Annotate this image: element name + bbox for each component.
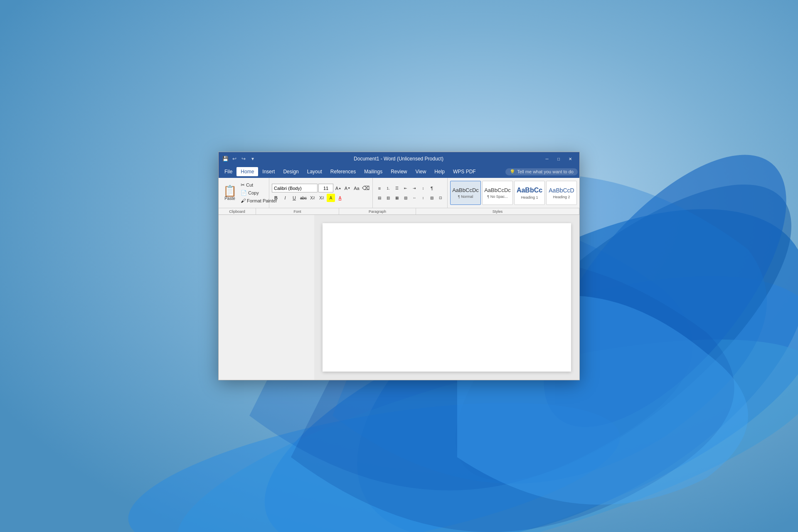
show-marks-button[interactable]: ¶ xyxy=(428,184,436,192)
style-h1-preview: AaBbCc xyxy=(517,187,542,194)
undo-icon[interactable]: ↩ xyxy=(231,155,238,162)
menu-view[interactable]: View xyxy=(411,167,431,176)
align-left-button[interactable]: ▤ xyxy=(375,194,384,202)
subscript-button[interactable]: X2 xyxy=(308,194,317,202)
style-h2-label: Heading 2 xyxy=(553,195,570,199)
paragraph-row-1: ≡ 1. ☰ ⇤ ⇥ ↕ ¶ xyxy=(375,184,445,192)
format-painter-icon: 🖌 xyxy=(241,198,246,204)
increase-indent-button[interactable]: ⇥ xyxy=(410,184,419,192)
minimize-button[interactable]: ─ xyxy=(541,155,553,163)
menu-file[interactable]: File xyxy=(220,167,236,176)
menu-home[interactable]: Home xyxy=(236,167,258,176)
copy-icon: 📄 xyxy=(241,190,247,196)
copy-label: Copy xyxy=(248,190,259,195)
style-nospace-preview: AaBbCcDc xyxy=(484,187,511,193)
border-button[interactable]: ⊡ xyxy=(436,194,445,202)
style-normal[interactable]: AaBbCcDc ¶ Normal xyxy=(450,181,481,205)
cut-label: Cut xyxy=(246,182,253,187)
menu-mailings[interactable]: Mailings xyxy=(360,167,387,176)
clipboard-section: 📋 Paste ✂ Cut 📄 Copy 🖌 Format Painter xyxy=(219,178,269,208)
font-color-button[interactable]: A xyxy=(336,194,344,202)
bullets-button[interactable]: ≡ xyxy=(375,184,384,192)
paragraph-section-title: Paragraph xyxy=(339,208,416,214)
tell-me-box[interactable]: 💡 Tell me what you want to do xyxy=(505,168,578,175)
multilevel-list-button[interactable]: ☰ xyxy=(393,184,401,192)
style-nospace-label: ¶ No Spac... xyxy=(487,195,507,199)
ribbon: 📋 Paste ✂ Cut 📄 Copy 🖌 Format Painter xyxy=(219,178,579,215)
paragraph-row-2: ▤ ▥ ▦ ▧ ↔ ↕ ▨ ⊡ xyxy=(375,194,445,202)
menu-bar-right: 💡 Tell me what you want to do xyxy=(505,168,578,175)
font-section-title: Font xyxy=(256,208,339,214)
menu-review[interactable]: Review xyxy=(387,167,411,176)
align-right-button[interactable]: ▦ xyxy=(393,194,401,202)
italic-button[interactable]: I xyxy=(281,194,289,202)
window-title: Document1 - Word (Unlicensed Product) xyxy=(256,156,541,162)
strikethrough-button[interactable]: abc xyxy=(299,194,308,202)
shading-button[interactable]: ▨ xyxy=(428,194,436,202)
grow-font-button[interactable]: A▲ xyxy=(334,184,342,192)
left-panel xyxy=(219,215,314,380)
tell-me-text: Tell me what you want to do xyxy=(517,169,574,174)
main-content xyxy=(219,215,579,380)
ltr-rtl-button[interactable]: ↔ xyxy=(410,194,419,202)
window-controls: ─ □ ✕ xyxy=(541,155,576,163)
menu-design[interactable]: Design xyxy=(279,167,303,176)
decrease-indent-button[interactable]: ⇤ xyxy=(401,184,410,192)
clipboard-section-title: Clipboard xyxy=(219,208,256,214)
paste-icon: 📋 xyxy=(223,185,236,196)
font-row-2: B I U abc X2 X2 A A xyxy=(272,194,370,202)
cut-icon: ✂ xyxy=(241,182,245,188)
paragraph-section: ≡ 1. ☰ ⇤ ⇥ ↕ ¶ ▤ ▥ ▦ ▧ ↔ ↕ ▨ ⊡ xyxy=(373,178,448,208)
font-section: Calibri (Body) 11 A▲ A▼ Aa ⌫ B I U abc X… xyxy=(269,178,373,208)
menu-bar: File Home Insert Design Layout Reference… xyxy=(219,165,579,178)
title-bar: 💾 ↩ ↪ ▾ Document1 - Word (Unlicensed Pro… xyxy=(219,152,579,165)
ribbon-section-titles: Clipboard Font Paragraph Styles xyxy=(219,208,579,214)
underline-button[interactable]: U xyxy=(290,194,298,202)
customize-qat-icon[interactable]: ▾ xyxy=(249,155,256,162)
document-area xyxy=(314,215,579,380)
redo-icon[interactable]: ↪ xyxy=(240,155,247,162)
font-name-dropdown[interactable]: Calibri (Body) xyxy=(272,184,318,192)
style-normal-label: ¶ Normal xyxy=(458,195,473,199)
numbering-button[interactable]: 1. xyxy=(384,184,392,192)
title-bar-left: 💾 ↩ ↪ ▾ xyxy=(222,155,256,162)
menu-insert[interactable]: Insert xyxy=(258,167,279,176)
style-heading2[interactable]: AaBbCcD Heading 2 xyxy=(546,181,577,205)
menu-wpspdf[interactable]: WPS PDF xyxy=(449,167,480,176)
change-case-button[interactable]: Aa xyxy=(352,184,361,192)
style-h1-label: Heading 1 xyxy=(521,195,538,200)
style-no-spacing[interactable]: AaBbCcDc ¶ No Spac... xyxy=(482,181,513,205)
styles-section: AaBbCcDc ¶ Normal AaBbCcDc ¶ No Spac... … xyxy=(448,178,579,208)
menu-layout[interactable]: Layout xyxy=(303,167,326,176)
paste-button[interactable]: 📋 Paste xyxy=(221,184,239,202)
font-row-1: Calibri (Body) 11 A▲ A▼ Aa ⌫ xyxy=(272,184,370,192)
justify-button[interactable]: ▧ xyxy=(401,194,410,202)
superscript-button[interactable]: X2 xyxy=(318,194,326,202)
document-page[interactable] xyxy=(323,223,571,372)
style-h2-preview: AaBbCcD xyxy=(549,187,574,194)
shrink-font-button[interactable]: A▼ xyxy=(343,184,352,192)
highlight-button[interactable]: A xyxy=(327,194,335,202)
paste-label: Paste xyxy=(224,196,235,201)
menu-help[interactable]: Help xyxy=(430,167,449,176)
menu-references[interactable]: References xyxy=(326,167,360,176)
save-icon[interactable]: 💾 xyxy=(222,155,229,162)
styles-section-title: Styles xyxy=(416,208,579,214)
style-heading1[interactable]: AaBbCc Heading 1 xyxy=(514,181,545,205)
sort-button[interactable]: ↕ xyxy=(419,184,427,192)
word-window: 💾 ↩ ↪ ▾ Document1 - Word (Unlicensed Pro… xyxy=(218,152,580,380)
line-spacing-button[interactable]: ↕ xyxy=(419,194,427,202)
close-button[interactable]: ✕ xyxy=(564,155,576,163)
align-center-button[interactable]: ▥ xyxy=(384,194,392,202)
ribbon-toolbar: 📋 Paste ✂ Cut 📄 Copy 🖌 Format Painter xyxy=(219,178,579,208)
font-size-dropdown[interactable]: 11 xyxy=(318,184,333,192)
style-normal-preview: AaBbCcDc xyxy=(452,187,479,193)
clear-formatting-button[interactable]: ⌫ xyxy=(362,184,370,192)
bold-button[interactable]: B xyxy=(272,194,280,202)
maximize-button[interactable]: □ xyxy=(553,155,564,163)
lightbulb-icon: 💡 xyxy=(510,169,515,175)
